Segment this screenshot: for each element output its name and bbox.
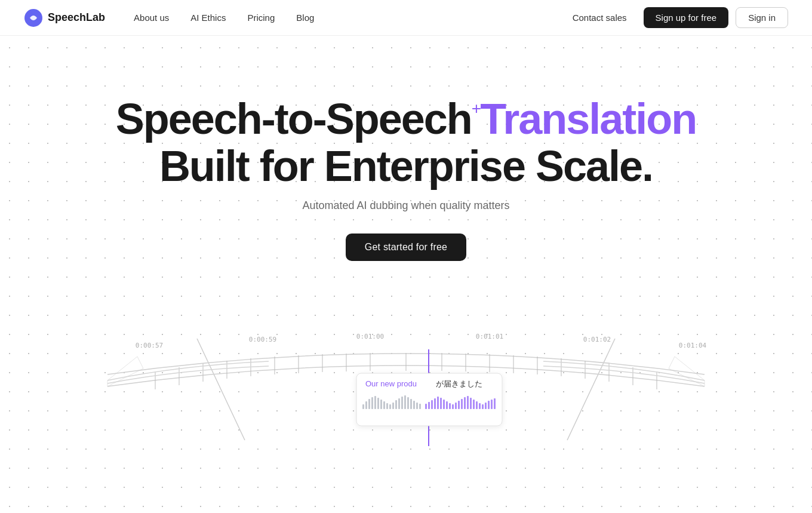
svg-rect-49 bbox=[407, 397, 409, 409]
timeline-rail-svg: 0:00:57 0:00:59 0:01:00 0:01:01 0:01:02 … bbox=[60, 321, 752, 452]
svg-text:0:01:02: 0:01:02 bbox=[583, 336, 611, 343]
hero-subtitle: Automated AI dubbing when quality matter… bbox=[302, 199, 509, 212]
svg-rect-53 bbox=[419, 404, 421, 409]
svg-rect-41 bbox=[383, 401, 385, 409]
signup-button[interactable]: Sign up for free bbox=[644, 7, 729, 28]
svg-rect-52 bbox=[416, 403, 418, 409]
svg-rect-76 bbox=[491, 400, 493, 409]
svg-rect-74 bbox=[485, 403, 487, 409]
svg-rect-72 bbox=[479, 403, 481, 409]
logo[interactable]: SpeechLab bbox=[24, 8, 105, 27]
hero-title-line1: Speech-to-Speech+Translation bbox=[116, 96, 697, 143]
svg-line-2 bbox=[567, 339, 615, 440]
logo-text: SpeechLab bbox=[48, 11, 105, 24]
svg-text:0:00:57: 0:00:57 bbox=[136, 342, 163, 349]
svg-rect-39 bbox=[377, 398, 379, 409]
hero-plus: + bbox=[472, 99, 480, 118]
contact-sales-button[interactable]: Contact sales bbox=[563, 8, 636, 27]
nav-left: SpeechLab About us AI Ethics Pricing Blo… bbox=[24, 8, 324, 27]
svg-rect-55 bbox=[428, 402, 430, 409]
svg-rect-77 bbox=[494, 398, 496, 409]
svg-rect-36 bbox=[368, 399, 370, 409]
svg-rect-73 bbox=[482, 404, 484, 409]
svg-text:Our new produ: Our new produ bbox=[365, 379, 417, 388]
svg-rect-37 bbox=[371, 397, 373, 409]
svg-rect-35 bbox=[365, 401, 367, 409]
hero-title-translation: Translation bbox=[480, 95, 696, 143]
svg-rect-40 bbox=[380, 400, 382, 409]
svg-text:0:01:00: 0:01:00 bbox=[356, 333, 384, 340]
svg-rect-64 bbox=[455, 403, 457, 409]
nav-link-blog[interactable]: Blog bbox=[287, 9, 324, 26]
svg-rect-65 bbox=[458, 401, 460, 409]
hero-title-prefix: Speech-to-Speech bbox=[116, 95, 472, 143]
hero-title-line2: Built for Enterprise Scale. bbox=[116, 143, 697, 190]
svg-rect-38 bbox=[374, 396, 376, 409]
svg-text:0:01:01: 0:01:01 bbox=[476, 333, 503, 340]
svg-rect-34 bbox=[362, 404, 364, 409]
nav-link-pricing[interactable]: Pricing bbox=[238, 9, 284, 26]
svg-rect-58 bbox=[437, 397, 439, 409]
svg-rect-57 bbox=[434, 398, 436, 409]
svg-rect-68 bbox=[467, 396, 469, 409]
svg-rect-47 bbox=[401, 397, 403, 409]
svg-rect-48 bbox=[404, 395, 406, 409]
svg-text:0:00:59: 0:00:59 bbox=[249, 336, 276, 343]
hero-section: Speech-to-Speech+Translation Built for E… bbox=[0, 36, 812, 285]
svg-line-1 bbox=[197, 339, 245, 440]
svg-rect-63 bbox=[452, 404, 454, 409]
svg-rect-42 bbox=[386, 403, 388, 409]
svg-rect-54 bbox=[425, 404, 427, 409]
logo-icon bbox=[24, 8, 43, 27]
cta-button[interactable]: Get started for free bbox=[346, 234, 466, 261]
nav-links: About us AI Ethics Pricing Blog bbox=[124, 9, 324, 26]
signin-button[interactable]: Sign in bbox=[736, 7, 788, 28]
timeline-visual: 0:00:57 0:00:59 0:01:00 0:01:01 0:01:02 … bbox=[0, 321, 812, 452]
svg-rect-67 bbox=[464, 397, 466, 409]
svg-text:が届きました: が届きました bbox=[436, 379, 482, 388]
svg-rect-45 bbox=[395, 400, 397, 409]
nav-link-about[interactable]: About us bbox=[124, 9, 179, 26]
svg-rect-70 bbox=[473, 400, 475, 409]
svg-rect-50 bbox=[410, 399, 412, 409]
svg-rect-66 bbox=[461, 399, 463, 409]
svg-rect-46 bbox=[398, 398, 400, 409]
svg-rect-60 bbox=[443, 400, 445, 409]
svg-rect-43 bbox=[389, 404, 391, 409]
svg-rect-61 bbox=[446, 401, 448, 409]
hero-title: Speech-to-Speech+Translation Built for E… bbox=[116, 96, 697, 190]
timeline-wrapper: 0:00:57 0:00:59 0:01:00 0:01:01 0:01:02 … bbox=[60, 321, 752, 452]
svg-rect-51 bbox=[413, 401, 415, 409]
svg-rect-75 bbox=[488, 401, 490, 409]
navbar: SpeechLab About us AI Ethics Pricing Blo… bbox=[0, 0, 812, 36]
nav-link-ai-ethics[interactable]: AI Ethics bbox=[181, 9, 235, 26]
svg-rect-56 bbox=[431, 400, 433, 409]
svg-text:0:01:04: 0:01:04 bbox=[679, 342, 707, 349]
svg-rect-44 bbox=[392, 403, 394, 409]
svg-rect-71 bbox=[476, 401, 478, 409]
svg-rect-62 bbox=[449, 403, 451, 409]
svg-rect-69 bbox=[470, 398, 472, 409]
svg-rect-59 bbox=[440, 398, 442, 409]
nav-right: Contact sales Sign up for free Sign in bbox=[563, 7, 788, 28]
